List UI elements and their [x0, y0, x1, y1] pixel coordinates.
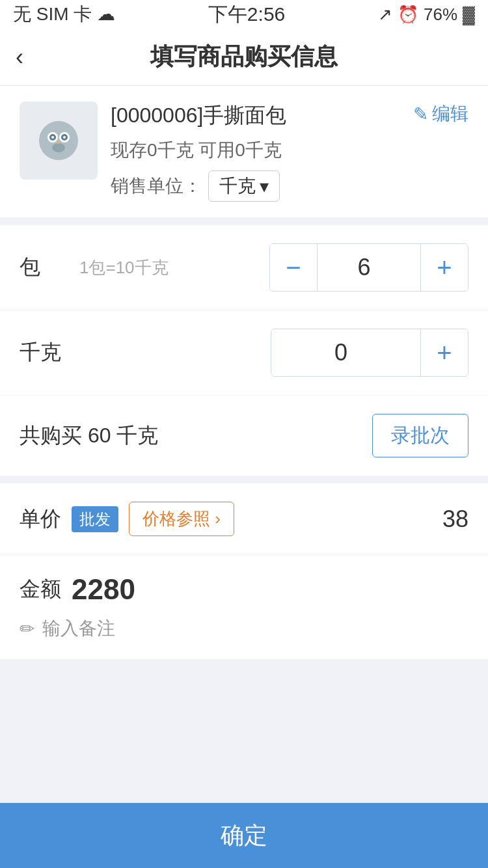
battery-text: 76% [424, 5, 457, 25]
pack-hint: 1包=10千克 [79, 256, 269, 279]
unit-dropdown-icon: ▾ [260, 176, 269, 197]
price-value: 38 [442, 506, 468, 533]
status-left: 无 SIM 卡 ☁ [13, 2, 115, 27]
page-title: 填写商品购买信息 [150, 41, 338, 73]
amount-label: 金额 [20, 575, 61, 604]
svg-point-5 [51, 136, 54, 139]
total-row: 共购买 60 千克 录批次 [0, 396, 488, 483]
notes-icon: ✏ [20, 618, 34, 640]
unit-select[interactable]: 千克 ▾ [208, 170, 280, 202]
edit-icon: ✎ [413, 103, 428, 125]
kg-quantity-row: 千克 + [0, 310, 488, 396]
kg-quantity-input[interactable] [271, 329, 421, 376]
battery-icon: ▓ [463, 5, 475, 25]
batch-button[interactable]: 录批次 [372, 414, 468, 457]
notes-row[interactable]: ✏ 输入备注 [20, 616, 468, 641]
kg-quantity-controls: + [271, 329, 468, 377]
price-section: 单价 批发 价格参照 › 38 [0, 483, 488, 555]
product-info: [0000006]手撕面包 ✎ 编辑 现存0千克 可用0千克 销售单位： 千克 … [111, 102, 468, 202]
edit-button[interactable]: ✎ 编辑 [413, 102, 468, 126]
pack-quantity-row: 包 1包=10千克 − + [0, 225, 488, 310]
notes-placeholder: 输入备注 [42, 616, 115, 641]
product-unit: 销售单位： 千克 ▾ [111, 170, 468, 202]
price-badge: 批发 [72, 506, 118, 532]
spacer [0, 667, 488, 803]
nav-bar: ‹ 填写商品购买信息 [0, 29, 488, 86]
amount-section: 金额 2280 ✏ 输入备注 [0, 555, 488, 667]
location-icon: ↗ [378, 5, 392, 25]
edit-label: 编辑 [432, 102, 468, 126]
pack-quantity-controls: − + [269, 243, 468, 292]
svg-point-0 [39, 121, 78, 160]
product-name: [0000006]手撕面包 [111, 102, 286, 130]
alarm-icon: ⏰ [398, 5, 418, 25]
total-text: 共购买 60 千克 [20, 422, 158, 450]
product-card: [0000006]手撕面包 ✎ 编辑 现存0千克 可用0千克 销售单位： 千克 … [0, 86, 488, 225]
amount-row: 金额 2280 [20, 573, 468, 606]
pack-plus-button[interactable]: + [421, 244, 468, 291]
price-label: 单价 [20, 505, 61, 534]
kg-plus-button[interactable]: + [421, 329, 468, 376]
svg-point-7 [52, 143, 65, 152]
status-right: ↗ ⏰ 76% ▓ [378, 5, 475, 25]
product-image [20, 102, 98, 180]
status-bar: 无 SIM 卡 ☁ 下午2:56 ↗ ⏰ 76% ▓ [0, 0, 488, 29]
pack-quantity-input[interactable] [317, 244, 421, 291]
kg-label: 千克 [20, 338, 72, 367]
pack-minus-button[interactable]: − [270, 244, 317, 291]
pack-label: 包 [20, 253, 72, 282]
amount-value: 2280 [72, 573, 135, 606]
back-button[interactable]: ‹ [16, 44, 23, 71]
quantity-section: 包 1包=10千克 − + 千克 + [0, 225, 488, 396]
status-time: 下午2:56 [208, 1, 285, 28]
svg-point-6 [63, 136, 66, 139]
price-ref-button[interactable]: 价格参照 › [129, 502, 234, 536]
product-stock: 现存0千克 可用0千克 [111, 138, 468, 163]
unit-value: 千克 [219, 174, 256, 198]
no-sim-text: 无 SIM 卡 ☁ [13, 2, 115, 27]
confirm-button[interactable]: 确定 [0, 803, 488, 868]
